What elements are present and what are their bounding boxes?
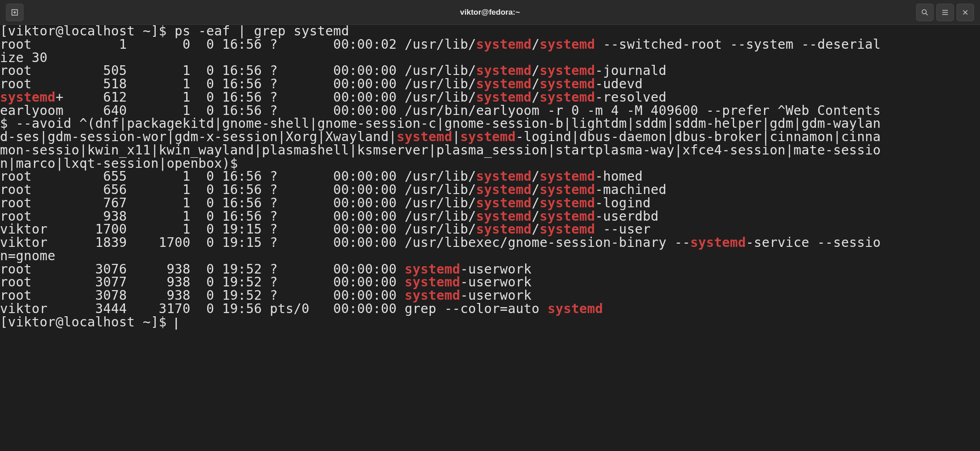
titlebar: viktor@fedora:~ [0, 0, 980, 25]
cursor [176, 318, 177, 330]
close-button[interactable] [957, 4, 974, 21]
window-title: viktor@fedora:~ [460, 8, 520, 17]
menu-button[interactable] [936, 4, 954, 21]
titlebar-left-group [5, 4, 25, 21]
svg-point-3 [922, 10, 926, 14]
svg-line-4 [926, 13, 928, 15]
terminal-output[interactable]: [viktor@localhost ~]$ ps -eaf | grep sys… [0, 25, 980, 330]
new-tab-button[interactable] [6, 4, 23, 21]
titlebar-right-group [915, 4, 975, 21]
search-button[interactable] [916, 4, 934, 21]
